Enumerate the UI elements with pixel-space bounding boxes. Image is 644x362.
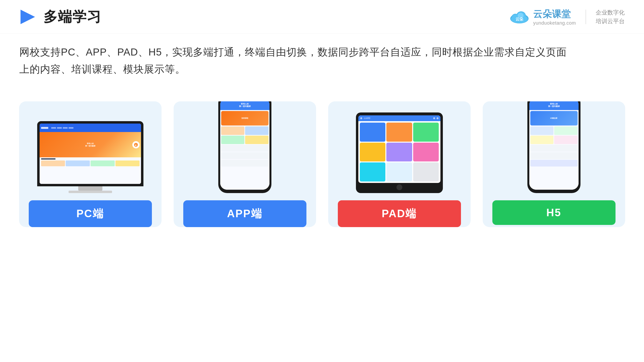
pad-grid-item	[386, 162, 412, 181]
app-card-item	[245, 126, 268, 135]
pc-base	[68, 191, 112, 193]
app-phone-body: 联培人的第一堂问题课 热售课程	[218, 101, 272, 193]
card-pad: 云朵课堂	[328, 101, 470, 227]
pc-monitor: 联培人的第一堂问题课 ▶	[37, 121, 144, 186]
h5-screen-banner: H5精品课	[530, 111, 578, 125]
pc-device-wrapper: 联培人的第一堂问题课 ▶	[29, 116, 152, 193]
card-label-pc[interactable]: PC端	[29, 200, 152, 227]
h5-card-row2	[530, 136, 578, 144]
pc-stand	[78, 186, 102, 191]
h5-screen-top: 联培人的第一堂问题课	[529, 101, 578, 110]
card-app: 联培人的第一堂问题课 热售课程	[174, 101, 316, 227]
pc-screen-header	[40, 124, 141, 132]
app-card-item	[221, 126, 244, 135]
pc-screen-section	[40, 157, 141, 184]
h5-phone-device: 联培人的第一堂问题课 H5精品课	[527, 101, 580, 193]
app-screen-top-text: 联培人的第一堂问题课	[239, 103, 251, 107]
brand-description: 企业数字化 培训云平台	[596, 8, 625, 25]
description-line2: 上的内容、培训课程、模块展示等。	[19, 60, 625, 78]
app-card-item	[221, 136, 244, 144]
svg-text:▶: ▶	[135, 144, 137, 146]
h5-device-wrapper: 联培人的第一堂问题课 H5精品课	[492, 116, 616, 193]
card-label-app[interactable]: APP端	[183, 200, 306, 227]
app-screen-top: 联培人的第一堂问题课	[220, 101, 270, 110]
app-device-wrapper: 联培人的第一堂问题课 热售课程	[183, 116, 306, 193]
h5-card-item	[530, 126, 554, 135]
pc-nav-item	[51, 127, 56, 129]
pc-nav-item	[57, 127, 62, 129]
h5-screen-top-text: 联培人的第一堂问题课	[548, 103, 560, 107]
pc-section-title	[41, 158, 56, 160]
pad-nav-dot	[360, 117, 362, 119]
pc-course-row	[41, 160, 140, 166]
pad-grid-item	[360, 162, 386, 181]
pc-nav-item	[63, 127, 68, 129]
pc-nav-item	[68, 127, 74, 129]
h5-phone-screen: 联培人的第一堂问题课 H5精品课	[529, 101, 578, 190]
pad-nav-text: 云朵课堂	[364, 117, 370, 119]
app-screen-banner: 热售课程	[221, 111, 268, 125]
pc-device: 联培人的第一堂问题课 ▶	[37, 121, 144, 193]
h5-card-item	[554, 126, 578, 135]
card-label-pad[interactable]: PAD端	[338, 200, 461, 227]
app-phone-device: 联培人的第一堂问题课 热售课程	[218, 101, 272, 193]
h5-card-row	[530, 126, 578, 135]
pc-mini-screen: 联培人的第一堂问题课 ▶	[40, 124, 141, 184]
app-course-item	[221, 145, 268, 152]
logo-right: 云朵 云朵课堂 yunduoketang.com 企业数字化 培训云平台	[508, 8, 625, 26]
pad-device-wrapper: 云朵课堂	[338, 116, 461, 193]
app-course-item	[221, 160, 268, 167]
pad-grid-item	[413, 162, 439, 181]
pad-grid-item	[360, 143, 386, 162]
app-card-item	[245, 136, 268, 144]
svg-text:云朵: 云朵	[516, 17, 524, 21]
app-card-row2	[221, 136, 268, 144]
pc-hero-badge: ▶	[132, 141, 140, 148]
pad-body: 云朵课堂	[356, 112, 443, 193]
brand-url: yunduoketang.com	[533, 20, 576, 26]
app-course-item	[221, 152, 268, 159]
brand-text-group: 云朵课堂 yunduoketang.com	[533, 8, 576, 26]
pad-screen: 云朵课堂	[358, 115, 440, 183]
description-line1: 网校支持PC、APP、PAD、H5，实现多端打通，终端自由切换，数据同步跨平台自…	[19, 43, 625, 60]
h5-course-item	[530, 160, 578, 167]
pad-grid-item	[386, 143, 412, 162]
app-phone-screen: 联培人的第一堂问题课 热售课程	[220, 101, 270, 190]
description-block: 网校支持PC、APP、PAD、H5，实现多端打通，终端自由切换，数据同步跨平台自…	[19, 43, 625, 78]
card-pc: 联培人的第一堂问题课 ▶	[19, 101, 162, 227]
pc-screen-hero: 联培人的第一堂问题课 ▶	[40, 132, 141, 157]
card-label-h5[interactable]: H5	[492, 200, 616, 225]
pc-hero-text: 联培人的第一堂问题课	[85, 142, 96, 147]
pad-grid-item	[386, 123, 412, 142]
pc-course-card	[66, 160, 90, 166]
pad-grid-item	[413, 123, 439, 142]
brand-desc-line2: 培训云平台	[596, 17, 625, 25]
pc-screen-logo	[41, 127, 48, 129]
pc-course-card	[41, 160, 65, 166]
pc-course-card	[90, 160, 115, 166]
cloud-logo: 云朵 云朵课堂 yunduoketang.com	[508, 8, 576, 26]
pad-grid	[358, 121, 440, 183]
svg-marker-0	[20, 10, 35, 24]
logo-left: 多端学习	[19, 7, 102, 26]
pad-screen-content: 云朵课堂	[358, 115, 440, 183]
h5-course-item	[530, 145, 578, 152]
pad-grid-item	[413, 143, 439, 162]
h5-card-item	[554, 136, 578, 144]
pad-device-inner: 云朵课堂	[356, 112, 443, 193]
vertical-divider	[586, 10, 586, 24]
pad-home-button	[396, 184, 402, 190]
h5-course-item	[530, 152, 578, 159]
pad-nav: 云朵课堂	[358, 115, 440, 121]
brand-desc-line1: 企业数字化	[596, 8, 625, 17]
header: 多端学习 云朵 云朵	[0, 0, 644, 34]
app-banner-text: 热售课程	[242, 117, 248, 119]
brand-name: 云朵课堂	[533, 8, 576, 20]
h5-screen-body: H5精品课	[529, 110, 578, 190]
app-screen-body: 热售课程	[220, 110, 270, 190]
h5-banner-text: H5精品课	[550, 117, 558, 119]
cloud-icon: 云朵	[508, 8, 530, 25]
pad-grid-item	[360, 123, 386, 142]
pad-nav-dot2	[433, 117, 435, 119]
h5-card-item	[530, 136, 554, 144]
